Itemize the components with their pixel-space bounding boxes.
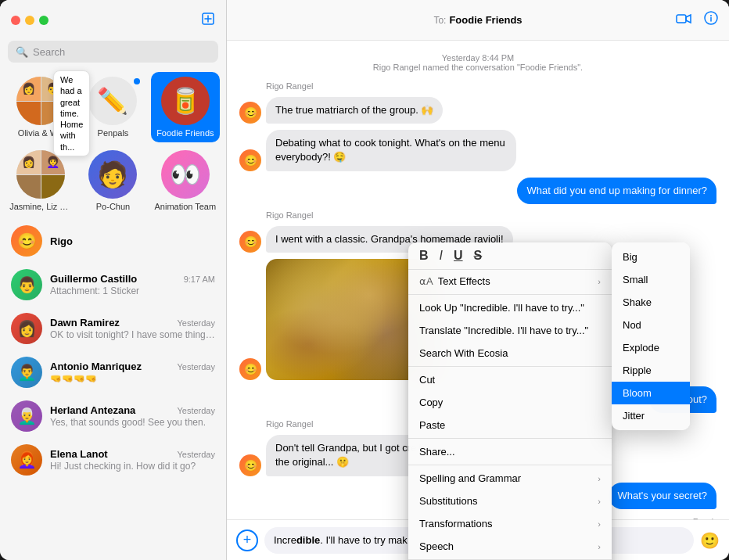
text-effects-submenu: Big Small Shake Nod Explode Ripple Bloom… bbox=[612, 242, 690, 430]
submenu-item-ripple[interactable]: Ripple bbox=[612, 359, 690, 382]
search-bar[interactable]: 🔍 Search bbox=[8, 41, 218, 63]
menu-separator bbox=[408, 366, 612, 367]
contact-name: Penpals bbox=[98, 128, 129, 138]
submenu-item-jitter[interactable]: Jitter bbox=[612, 404, 690, 427]
contact-olivia-will[interactable]: We had a great time. Home with th... 👩 👨… bbox=[6, 72, 75, 142]
tooltip: We had a great time. Home with th... bbox=[53, 70, 90, 156]
message-content: Herland Antezana Yesterday Yes, that sou… bbox=[50, 404, 215, 428]
contact-foodie-friends[interactable]: 🥫 Foodie Friends bbox=[151, 72, 220, 142]
translate-menu-item[interactable]: Translate "Incredible. I'll have to try.… bbox=[408, 319, 612, 342]
close-button[interactable] bbox=[11, 16, 20, 25]
share-menu-item[interactable]: Share... bbox=[408, 440, 612, 463]
chevron-right-icon: › bbox=[598, 497, 601, 506]
svg-point-3 bbox=[710, 15, 712, 16]
transformations-menu-item[interactable]: Transformations › bbox=[408, 512, 612, 535]
search-ecosia-menu-item[interactable]: Search With Ecosia bbox=[408, 342, 612, 364]
avatar: 👩 👩‍🦱 bbox=[16, 150, 65, 199]
input-text: Incredible. I'll have to try mak bbox=[274, 534, 408, 546]
timestamp: Yesterday bbox=[177, 362, 215, 372]
menu-label: Transformations bbox=[419, 518, 492, 529]
fullscreen-button[interactable] bbox=[39, 16, 48, 25]
avatar: 👩 bbox=[11, 313, 42, 344]
contact-po-chun[interactable]: 🧑 Po-Chun bbox=[78, 145, 147, 216]
avatar: ✏️ bbox=[88, 77, 137, 125]
menu-label: Spelling and Grammar bbox=[419, 472, 521, 484]
list-item[interactable]: 😊 Rigo bbox=[3, 219, 223, 263]
add-attachment-button[interactable]: + bbox=[236, 529, 258, 551]
message-preview: OK to visit tonight? I have some things … bbox=[50, 329, 215, 340]
list-item[interactable]: 👨‍🦱 Antonio Manriquez Yesterday 🤜🤜🤜🤜 bbox=[3, 350, 223, 394]
minimize-button[interactable] bbox=[25, 16, 34, 25]
list-item[interactable]: 👨‍🦳 Herland Antezana Yesterday Yes, that… bbox=[3, 394, 223, 438]
message-preview: Yes, that sounds good! See you then. bbox=[50, 417, 215, 428]
chevron-right-icon: › bbox=[598, 519, 601, 529]
text-effects-label: Text Effects bbox=[438, 275, 490, 287]
message-preview: Hi! Just checking in. How did it go? bbox=[50, 461, 215, 472]
menu-label: Cut bbox=[419, 374, 435, 386]
contact-name: Jasmine, Liz &... bbox=[9, 202, 72, 211]
message-bubble: The true matriarch of the group. 🙌 bbox=[266, 97, 443, 124]
message-bubble: What did you end up making for dinner? bbox=[517, 178, 716, 204]
menu-separator bbox=[408, 294, 612, 295]
chevron-right-icon: › bbox=[598, 542, 601, 551]
list-item[interactable]: 👨 Guillermo Castillo 9:17 AM Attachment:… bbox=[3, 263, 223, 307]
timestamp: Yesterday bbox=[177, 450, 215, 459]
paste-menu-item[interactable]: Paste bbox=[408, 414, 612, 436]
menu-label: Translate "Incredible. I'll have to try.… bbox=[419, 325, 588, 336]
italic-button[interactable]: I bbox=[440, 249, 443, 263]
message-bubble: What's your secret? bbox=[609, 483, 716, 509]
message-preview: 🤜🤜🤜🤜 bbox=[50, 373, 215, 384]
submenu-item-small[interactable]: Small bbox=[612, 268, 690, 291]
cut-menu-item[interactable]: Cut bbox=[408, 368, 612, 391]
submenu-item-nod[interactable]: Nod bbox=[612, 314, 690, 336]
submenu-item-bloom[interactable]: Bloom bbox=[612, 382, 690, 404]
lookup-menu-item[interactable]: Look Up "Incredible. I'll have to try...… bbox=[408, 296, 612, 319]
substitutions-menu-item[interactable]: Substitutions › bbox=[408, 490, 612, 512]
sender-name: Elena Lanot bbox=[50, 448, 108, 460]
submenu-item-explode[interactable]: Explode bbox=[612, 336, 690, 359]
contacts-grid: We had a great time. Home with th... 👩 👨… bbox=[0, 69, 226, 219]
strikethrough-button[interactable]: S bbox=[474, 249, 483, 263]
input-bold: dible bbox=[296, 534, 320, 546]
avatar: 😊 bbox=[11, 225, 42, 257]
list-item[interactable]: 👩 Dawn Ramirez Yesterday OK to visit ton… bbox=[3, 307, 223, 350]
emoji-button[interactable]: 🙂 bbox=[700, 531, 720, 550]
underline-button[interactable]: U bbox=[454, 249, 463, 263]
text-effects-menu-item[interactable]: ⍺A Text Effects › bbox=[408, 270, 612, 293]
video-call-button[interactable] bbox=[676, 11, 691, 29]
unread-indicator bbox=[134, 78, 140, 84]
list-item[interactable]: 👩‍🦰 Elena Lanot Yesterday Hi! Just check… bbox=[3, 438, 223, 482]
svg-rect-1 bbox=[677, 15, 686, 23]
system-text: Rigo Rangel named the conversation "Food… bbox=[373, 63, 583, 72]
search-icon: 🔍 bbox=[16, 46, 28, 58]
input-normal: Incre bbox=[274, 534, 296, 546]
avatar: 👨‍🦱 bbox=[11, 357, 42, 388]
message-content: Elena Lanot Yesterday Hi! Just checking … bbox=[50, 448, 215, 472]
copy-menu-item[interactable]: Copy bbox=[408, 391, 612, 414]
sender-name: Rigo bbox=[50, 235, 73, 247]
contact-name: Po-Chun bbox=[96, 202, 130, 211]
submenu-item-shake[interactable]: Shake bbox=[612, 291, 690, 314]
info-button[interactable] bbox=[704, 11, 718, 29]
contact-name: Animation Team bbox=[154, 202, 216, 211]
text-effects-icon: ⍺A bbox=[419, 275, 433, 287]
submenu-item-big[interactable]: Big bbox=[612, 246, 690, 268]
contact-animation-team[interactable]: 👀 Animation Team bbox=[151, 145, 220, 216]
compose-button[interactable] bbox=[201, 12, 215, 30]
main-window: 🔍 Search We had a great time. Home with … bbox=[0, 0, 729, 560]
titlebar bbox=[0, 0, 226, 41]
sidebar: 🔍 Search We had a great time. Home with … bbox=[0, 0, 227, 560]
context-menu: B I U S ⍺A Text Effects › Look Up "Incre… bbox=[408, 242, 612, 560]
message-preview: Attachment: 1 Sticker bbox=[50, 285, 215, 296]
menu-label: Look Up "Incredible. I'll have to try...… bbox=[419, 302, 584, 314]
menu-label: Search With Ecosia bbox=[419, 347, 508, 359]
bold-button[interactable]: B bbox=[419, 249, 429, 263]
sender-name: Herland Antezana bbox=[50, 404, 135, 416]
spelling-menu-item[interactable]: Spelling and Grammar › bbox=[408, 467, 612, 490]
contact-name: Foodie Friends bbox=[156, 128, 214, 138]
menu-separator bbox=[408, 438, 612, 439]
sender-name: Antonio Manriquez bbox=[50, 361, 142, 372]
speech-menu-item[interactable]: Speech › bbox=[408, 535, 612, 558]
traffic-lights bbox=[11, 16, 48, 25]
sender-label: Rigo Rangel bbox=[266, 210, 716, 220]
